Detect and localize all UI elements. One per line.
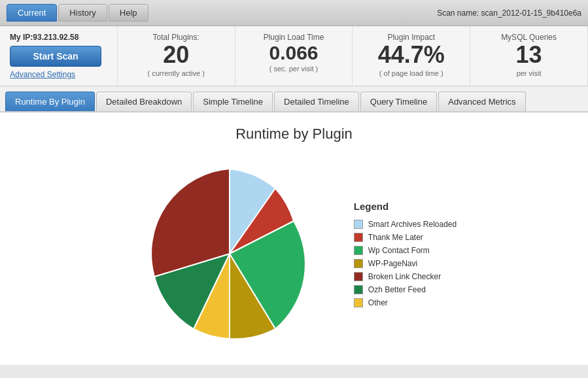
plugin-impact-value: 44.7% <box>362 42 460 68</box>
stat-total-plugins: Total Plugins: 20 ( currently active ) <box>118 26 235 86</box>
legend-title: Legend <box>354 201 457 212</box>
my-ip-label: My IP:93.213.92.58 <box>10 33 107 42</box>
plugin-load-time-sub: ( sec. per visit ) <box>245 65 343 73</box>
nav-tabs: Current History Help <box>7 4 148 22</box>
tab-runtime-by-plugin[interactable]: Runtime By Plugin <box>5 92 95 111</box>
plugin-load-time-label: Plugin Load Time <box>245 33 343 42</box>
pie-chart <box>131 156 328 352</box>
stats-row: My IP:93.213.92.58 Start Scan Advanced S… <box>0 26 588 86</box>
legend-swatch-other <box>354 298 363 307</box>
chart-legend: Legend Smart Archives Reloaded Thank Me … <box>354 201 457 307</box>
tab-detailed-timeline[interactable]: Detailed Timeline <box>274 92 359 111</box>
legend-swatch-thank-me-later <box>354 233 363 242</box>
mysql-queries-sub: per visit <box>480 69 578 77</box>
stat-plugin-load-time: Plugin Load Time 0.066 ( sec. per visit … <box>235 26 353 86</box>
legend-swatch-smart-archives <box>354 220 363 229</box>
plugin-impact-sub: ( of page load time ) <box>362 69 460 77</box>
tab-advanced-metrics[interactable]: Advanced Metrics <box>438 92 525 111</box>
content-tabs: Runtime By Plugin Detailed Breakdown Sim… <box>0 86 588 112</box>
chart-title: Runtime by Plugin <box>13 126 575 143</box>
legend-label-other: Other <box>368 298 388 307</box>
legend-item-wp-pagenavi: WP-PageNavi <box>354 259 457 268</box>
scan-name: Scan name: scan_2012-01-15_9b410e6a <box>437 9 581 18</box>
total-plugins-sub: ( currently active ) <box>128 69 225 77</box>
legend-item-broken-link-checker: Broken Link Checker <box>354 272 457 281</box>
legend-swatch-wp-pagenavi <box>354 259 363 268</box>
legend-item-ozh-better-feed: Ozh Better Feed <box>354 285 457 294</box>
tab-help[interactable]: Help <box>109 4 148 22</box>
tab-detailed-breakdown[interactable]: Detailed Breakdown <box>96 92 192 111</box>
stat-mysql-queries: MySQL Queries 13 per visit <box>470 26 588 86</box>
legend-label-thank-me-later: Thank Me Later <box>368 233 423 242</box>
legend-label-ozh-better-feed: Ozh Better Feed <box>368 285 426 294</box>
stat-my-ip: My IP:93.213.92.58 Start Scan Advanced S… <box>0 26 118 86</box>
stat-plugin-impact: Plugin Impact 44.7% ( of page load time … <box>353 26 470 86</box>
legend-item-thank-me-later: Thank Me Later <box>354 233 457 242</box>
legend-swatch-broken-link-checker <box>354 272 363 281</box>
plugin-impact-label: Plugin Impact <box>362 33 460 42</box>
tab-history[interactable]: History <box>58 4 107 22</box>
main-content: Runtime by Plugin Legend <box>0 112 588 365</box>
advanced-settings-link[interactable]: Advanced Settings <box>10 70 107 79</box>
mysql-queries-value: 13 <box>480 42 578 68</box>
tab-current[interactable]: Current <box>7 4 57 22</box>
tab-query-timeline[interactable]: Query Timeline <box>360 92 437 111</box>
start-scan-button[interactable]: Start Scan <box>10 46 101 67</box>
legend-label-broken-link-checker: Broken Link Checker <box>368 272 441 281</box>
total-plugins-value: 20 <box>128 42 225 68</box>
legend-swatch-ozh-better-feed <box>354 285 363 294</box>
legend-item-smart-archives: Smart Archives Reloaded <box>354 220 457 229</box>
mysql-queries-label: MySQL Queries <box>480 33 578 42</box>
legend-swatch-wp-contact-form <box>354 246 363 255</box>
legend-label-wp-pagenavi: WP-PageNavi <box>368 259 417 268</box>
legend-label-wp-contact-form: Wp Contact Form <box>368 246 430 255</box>
chart-area: Legend Smart Archives Reloaded Thank Me … <box>13 156 575 352</box>
legend-item-wp-contact-form: Wp Contact Form <box>354 246 457 255</box>
plugin-load-time-value: 0.066 <box>245 42 343 63</box>
tab-simple-timeline[interactable]: Simple Timeline <box>193 92 273 111</box>
legend-item-other: Other <box>354 298 457 307</box>
legend-label-smart-archives: Smart Archives Reloaded <box>368 220 457 229</box>
total-plugins-label: Total Plugins: <box>128 33 225 42</box>
top-navigation: Current History Help Scan name: scan_201… <box>0 0 588 26</box>
